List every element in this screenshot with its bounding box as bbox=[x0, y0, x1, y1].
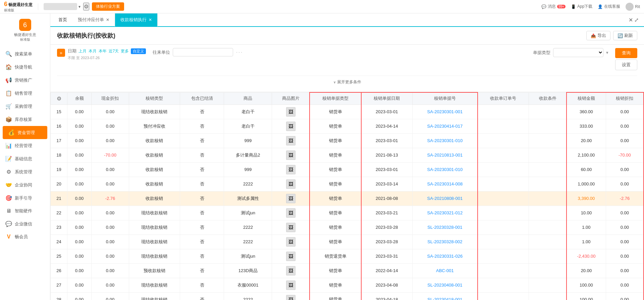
col-receipt-order-no: 收款单订单号 bbox=[478, 92, 529, 104]
doc-no-link[interactable]: SA-20230314-008 bbox=[427, 181, 463, 186]
doc-no-link[interactable]: SL-20230328-002 bbox=[427, 239, 462, 244]
header-row: ⚙ 余额 现金折扣 核销类型 包含已结清 商品 商品图片 核销单据类型 核销单据… bbox=[51, 92, 644, 104]
expand-more-btn[interactable]: ∨ 展开更多条件 bbox=[333, 77, 361, 87]
custom-date-btn[interactable]: 自定义 bbox=[131, 48, 146, 54]
message-icon: 💬 bbox=[541, 4, 546, 9]
member-icon: V bbox=[5, 234, 12, 240]
type-select[interactable] bbox=[553, 48, 603, 57]
tab-close-button[interactable]: ✕ bbox=[629, 17, 633, 23]
expand-more-label: 展开更多条件 bbox=[337, 79, 361, 85]
col-cancel-discount: 核销折扣 bbox=[606, 92, 644, 104]
user-area[interactable]: Rit bbox=[626, 3, 640, 11]
collab-icon: 🤝 bbox=[5, 182, 12, 188]
sidebar-label-marketing: 营销推广 bbox=[15, 77, 32, 83]
tab-expand-button[interactable]: ⤢ bbox=[634, 17, 639, 23]
doc-no-link[interactable]: SA-20230301-001 bbox=[427, 109, 463, 114]
doc-no-link[interactable]: SA-20210808-001 bbox=[427, 196, 463, 201]
more-date-btn[interactable]: 更多 bbox=[121, 48, 129, 54]
doc-no-link[interactable]: SA-20230331-026 bbox=[427, 254, 463, 259]
tab-collection-close[interactable]: ✕ bbox=[149, 17, 152, 22]
sidebar-item-member[interactable]: V 畅会员 bbox=[0, 230, 50, 243]
tab-prepay-label: 预付冲应付单 bbox=[78, 17, 104, 23]
col-cancel-doc-type: 核销单据类型 bbox=[310, 92, 361, 104]
sidebar-item-inventory[interactable]: 📦 库存核算 bbox=[0, 113, 50, 126]
type-dropdown-icon: ▾ bbox=[606, 50, 608, 55]
refresh-label: 刷新 bbox=[624, 33, 633, 39]
sidebar-item-marketing[interactable]: 📢 营销推广 bbox=[0, 74, 50, 87]
doc-no-link[interactable]: ABC-001 bbox=[436, 268, 454, 273]
partner-input[interactable] bbox=[173, 48, 233, 56]
sidebar-label-search: 搜索菜单 bbox=[15, 51, 32, 57]
sidebar-item-system[interactable]: ⚙ 系统管理 bbox=[0, 165, 50, 178]
weixin-icon: 💬 bbox=[5, 221, 12, 227]
messages-area[interactable]: 💬 消息 99+ bbox=[541, 4, 566, 9]
chevron-down-icon: ▾ bbox=[78, 4, 80, 9]
export-button[interactable]: 📤 导出 bbox=[586, 31, 610, 40]
sidebar-label-system: 系统管理 bbox=[15, 169, 32, 175]
table-container[interactable]: ⚙ 余额 现金折扣 核销类型 包含已结清 商品 商品图片 核销单据类型 核销单据… bbox=[50, 92, 644, 300]
doc-no-link[interactable]: SL-20230418-001 bbox=[427, 297, 462, 300]
filter-toggle-button[interactable]: » bbox=[57, 49, 65, 57]
this-month-btn[interactable]: 本月 bbox=[89, 48, 97, 54]
app-logo: 6 畅捷通好生意 标准版 bbox=[4, 1, 33, 13]
page-content: 收款核销执行(按收款) 📤 导出 🔄 刷新 » bbox=[50, 27, 644, 300]
this-year-btn[interactable]: 本年 bbox=[99, 48, 107, 54]
table-row: 220.000.00现结收款核销否测试jun🖼销货单2023-03-21SA-2… bbox=[51, 206, 644, 220]
last-month-btn[interactable]: 上月 bbox=[78, 48, 87, 54]
sidebar-item-nav[interactable]: 🏠 快捷导航 bbox=[0, 60, 50, 74]
col-settings-icon[interactable]: ⚙ bbox=[57, 95, 61, 102]
app-download-area[interactable]: 📱 App下载 bbox=[571, 4, 592, 9]
workspace-dropdown[interactable]: ▾ bbox=[44, 3, 80, 10]
tab-home[interactable]: 首页 bbox=[53, 13, 72, 27]
tab-prepay-close[interactable]: ✕ bbox=[106, 17, 109, 22]
sidebar-item-hardware[interactable]: 🖥 智能硬件 bbox=[0, 205, 50, 217]
table-row: 230.000.00现结收款核销否2222🖼销货单2023-03-28SL-20… bbox=[51, 220, 644, 234]
basic-icon: 📝 bbox=[5, 156, 12, 162]
solution-button[interactable]: 体验行业方案 bbox=[92, 2, 124, 11]
doc-no-link[interactable]: SA-20230301-010 bbox=[427, 138, 463, 143]
doc-no-link[interactable]: SL-20230328-001 bbox=[427, 225, 462, 230]
table-row: 260.000.00预收款核销否123D商品🖼销货单2022-04-14ABC-… bbox=[51, 263, 644, 278]
sidebar-item-collab[interactable]: 🤝 企业协同 bbox=[0, 178, 50, 191]
content-area: 首页 预付冲应付单 ✕ 收款核销执行 ✕ ✕ ⤢ 收款核销执行(按收款) bbox=[50, 13, 644, 300]
doc-no-link[interactable]: SA-20210813-001 bbox=[427, 153, 463, 158]
query-button[interactable]: 查询 bbox=[615, 48, 637, 58]
col-settings[interactable]: ⚙ bbox=[51, 92, 67, 104]
sidebar-logo: 6 畅捷通好生意标准版 bbox=[0, 16, 50, 47]
sidebar-item-sales[interactable]: 📋 销售管理 bbox=[0, 87, 50, 100]
table-row: 200.000.00收款核销否2222🖼销货单2023-03-14SA-2023… bbox=[51, 177, 644, 191]
sidebar-item-finance[interactable]: 💰 资金管理 bbox=[3, 126, 47, 139]
partner-filter: 往来单位 ··· bbox=[153, 48, 526, 56]
sidebar-label-sales: 销售管理 bbox=[15, 90, 32, 96]
sidebar-item-weixin[interactable]: 💬 企业微信 bbox=[0, 217, 50, 230]
main-table: ⚙ 余额 现金折扣 核销类型 包含已结清 商品 商品图片 核销单据类型 核销单据… bbox=[50, 92, 644, 300]
sidebar-item-operation[interactable]: 📊 经营管理 bbox=[0, 139, 50, 152]
table-header: ⚙ 余额 现金折扣 核销类型 包含已结清 商品 商品图片 核销单据类型 核销单据… bbox=[51, 92, 644, 104]
refresh-button[interactable]: 🔄 刷新 bbox=[613, 31, 637, 40]
tab-prepay[interactable]: 预付冲应付单 ✕ bbox=[72, 13, 115, 27]
sidebar-item-guide[interactable]: 🎯 新手引导 bbox=[0, 191, 50, 205]
doc-no-link[interactable]: SL-20230408-001 bbox=[427, 283, 462, 288]
doc-no-link[interactable]: SA-20230414-017 bbox=[427, 124, 463, 129]
sidebar-item-purchase[interactable]: 🛒 采购管理 bbox=[0, 100, 50, 113]
doc-no-link[interactable]: SA-20230301-010 bbox=[427, 167, 463, 172]
col-cancel-amount: 核销金额 bbox=[567, 92, 606, 104]
settings-button[interactable]: 设置 bbox=[615, 59, 637, 70]
last7days-btn[interactable]: 近7天 bbox=[109, 48, 119, 54]
guide-icon: 🎯 bbox=[5, 195, 12, 201]
service-area[interactable]: 👤 在线客服 bbox=[598, 4, 620, 9]
version-text: 标准版 bbox=[4, 8, 14, 12]
col-cash-discount: 现金折扣 bbox=[92, 92, 129, 104]
table-row: 280.000.00现结收款核销否2222🖼销货单2023-04-18SL-20… bbox=[51, 292, 644, 300]
sidebar-label-weixin: 企业微信 bbox=[15, 221, 32, 227]
sidebar-item-basic[interactable]: 📝 基础信息 bbox=[0, 152, 50, 165]
tab-collection[interactable]: 收款核销执行 ✕ bbox=[115, 13, 158, 27]
page-title: 收款核销执行(按收款) bbox=[57, 32, 115, 40]
inventory-icon: 📦 bbox=[5, 116, 12, 123]
doc-no-link[interactable]: SA-20230321-012 bbox=[427, 210, 463, 215]
col-receipt-condition: 收款条件 bbox=[529, 92, 567, 104]
search-icon: 🔍 bbox=[5, 51, 12, 57]
settings-gear-icon[interactable]: ⚙ bbox=[83, 3, 89, 10]
sidebar-item-search[interactable]: 🔍 搜索菜单 bbox=[0, 47, 50, 60]
top-bar-right: 💬 消息 99+ 📱 App下载 👤 在线客服 Rit bbox=[541, 3, 640, 11]
